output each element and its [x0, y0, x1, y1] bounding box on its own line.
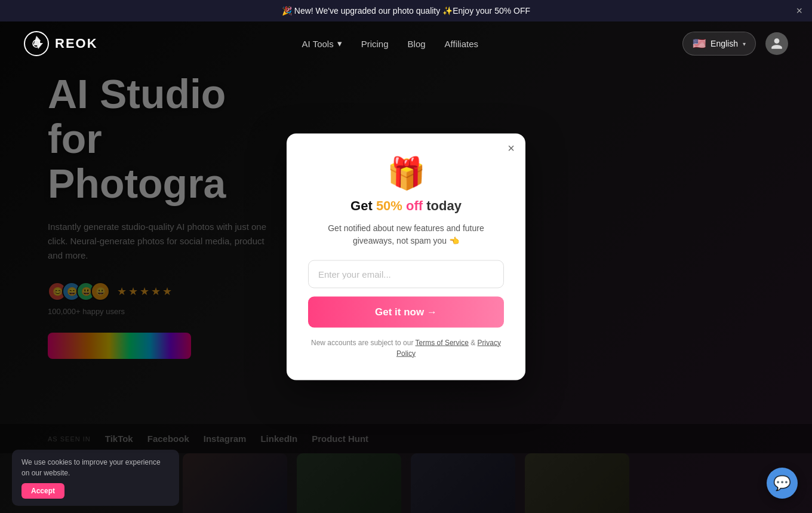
user-icon — [770, 37, 783, 50]
language-selector[interactable]: 🇺🇸 English ▾ — [682, 32, 756, 56]
announcement-text: 🎉 New! We've upgraded our photo quality … — [282, 6, 530, 16]
modal-terms-text: New accounts are subject to our Terms of… — [308, 337, 504, 358]
language-flag: 🇺🇸 — [693, 37, 706, 50]
language-chevron: ▾ — [743, 41, 746, 47]
modal-title: Get 50% off today — [308, 198, 504, 213]
cookie-text: We use cookies to improve your experienc… — [21, 458, 161, 477]
announcement-close-button[interactable]: × — [796, 5, 802, 17]
ai-tools-label: AI Tools — [302, 39, 334, 49]
affiliates-nav-item[interactable]: Affiliates — [445, 39, 478, 49]
navigation: REOK AI Tools ▾ Pricing Blog Affiliates … — [0, 21, 812, 66]
modal-title-get: Get — [350, 198, 376, 213]
chat-button[interactable]: 💬 — [767, 468, 798, 499]
ai-tools-nav-item[interactable]: AI Tools ▾ — [302, 38, 342, 49]
email-input[interactable] — [308, 260, 504, 288]
blog-nav-item[interactable]: Blog — [408, 39, 426, 49]
language-label: English — [710, 39, 738, 48]
modal-title-off: off — [402, 198, 423, 213]
user-avatar-button[interactable] — [765, 32, 788, 55]
terms-prefix: New accounts are subject to our — [311, 338, 416, 346]
logo-text: REOK — [55, 36, 98, 51]
modal-gift-icon: 🎁 — [308, 157, 504, 188]
cookie-notice: We use cookies to improve your experienc… — [12, 450, 179, 506]
nav-links: AI Tools ▾ Pricing Blog Affiliates — [302, 38, 478, 49]
get-it-now-button[interactable]: Get it now → — [308, 296, 504, 327]
ai-tools-chevron: ▾ — [337, 38, 342, 49]
chat-icon: 💬 — [773, 475, 791, 492]
modal-close-button[interactable]: × — [508, 142, 515, 153]
terms-link[interactable]: Terms of Service — [416, 338, 469, 346]
nav-right: 🇺🇸 English ▾ — [682, 32, 788, 56]
modal-title-fifty: 50% — [376, 198, 402, 213]
terms-middle: & — [469, 338, 478, 346]
cookie-accept-button[interactable]: Accept — [21, 483, 64, 499]
email-modal: × 🎁 Get 50% off today Get notified about… — [287, 133, 525, 380]
logo[interactable]: REOK — [24, 31, 98, 56]
modal-title-today: today — [423, 198, 462, 213]
pricing-nav-item[interactable]: Pricing — [361, 39, 389, 49]
logo-icon — [24, 31, 49, 56]
announcement-bar: 🎉 New! We've upgraded our photo quality … — [0, 0, 812, 21]
modal-description: Get notified about new features and futu… — [308, 222, 504, 247]
